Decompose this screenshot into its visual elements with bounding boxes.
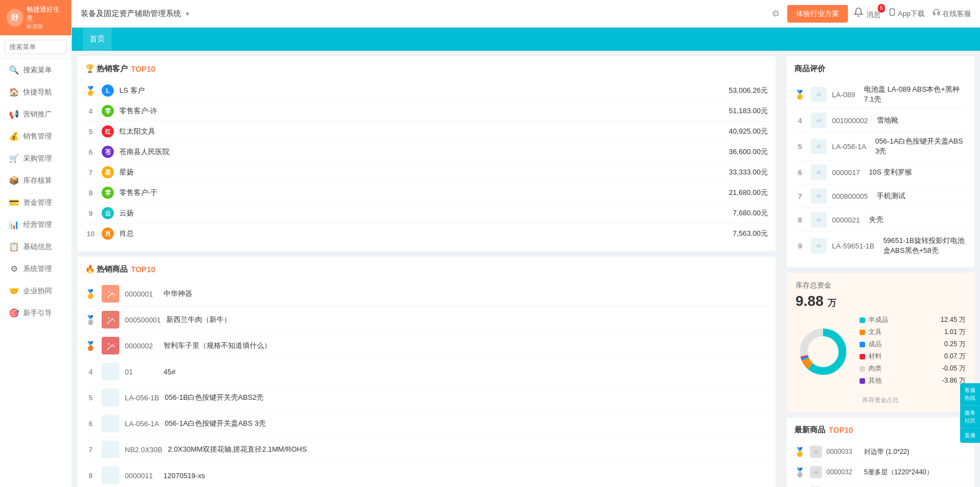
legend-dot-stationery [860,330,865,335]
product-avatar-5: Ai [811,188,826,204]
ranking-row: 10 肖 肖总 7,563.00元 [85,224,768,244]
megaphone-icon: 📢 [9,109,19,119]
newest-avatar-2: Ai [810,466,822,478]
product-row: 🥇 0000001 中华神器 [85,281,768,307]
product-img-2 [102,311,119,329]
product-avatar-2: Ai [811,113,826,128]
app-download-link[interactable]: App下载 [888,8,925,19]
review-code-4: 0000017 [832,168,860,177]
sidebar-item-sales[interactable]: 💰 销售管理 [0,125,71,147]
online-service-link[interactable]: 在线客服 [932,8,971,19]
live-btn[interactable]: 直播 [960,428,980,443]
legend-item-meat: 肉类 -0.05 万 [860,364,966,373]
donut-svg [795,324,851,379]
product-reviews-list: 🥇 Ai LA-089 电池盖 LA-089 ABS本色+黑种 7.1壳 4 A… [794,81,967,260]
customer-name-2: 零售客户-许 [119,106,723,116]
ranking-row: 4 零 零售客户-许 51,183.00元 [85,101,768,121]
legend-dot-semifinished [860,317,865,323]
svg-point-3 [108,292,110,293]
hot-products-list: 🥇 0000001 中华神器 🥈 000500001 新西兰牛肉（新 [85,281,768,487]
target-icon: 🎯 [9,308,19,318]
notification-button[interactable]: 6 消息 [853,7,881,20]
product-row: 8 0000011 12070519-xs [85,463,768,487]
sidebar-item-quicknav[interactable]: 🏠 快捷导航 [0,81,71,103]
logo-icon: 好 [7,9,23,27]
review-name-7: 59651-1B旋转投影灯电池盒ABS黑色+58壳 [883,236,967,256]
sidebar-item-purchase[interactable]: 🛒 采购管理 [0,147,71,170]
gold-medal-icon: 🥇 [85,86,96,96]
home-tab[interactable]: 首页 [83,28,112,51]
newest-name-1: 封边带 (1.0*22) [864,447,967,457]
rank-badge-4: 苍 [102,146,114,158]
newest-row: 🥈 Ai 0000032 5厘多层（1220*2440） [794,462,967,483]
chart-legend: 半成品 12.45 万 文具 1.01 万 成品 0.25 万 [860,315,966,388]
product-img-1 [102,285,119,303]
product-code-1: 0000001 [125,290,158,298]
product-avatar-3: Ai [811,139,826,154]
gold-medal-icon: 🥇 [85,289,96,299]
gear-icon: ⚙ [9,264,19,274]
mobile-icon [888,8,896,16]
sidebar-item-operations[interactable]: 📊 经营管理 [0,214,71,236]
topbar-right: 6 消息 App下载 在线客服 [853,7,971,20]
card-icon: 💳 [9,198,19,208]
product-code-5: LA-056-1B [125,394,159,402]
sidebar-item-basics[interactable]: 📋 基础信息 [0,236,71,258]
sidebar-item-collab[interactable]: 🤝 企业协同 [0,280,71,302]
product-img-3 [102,337,119,354]
product-img-7 [102,441,119,458]
review-name-2: 雪地靴 [877,115,967,125]
review-row: 6 Ai 0000017 10S 变利罗猴 [794,161,967,184]
product-row: 🥉 0000002 智利车子里（规格不知道填什么） [85,333,768,359]
ranking-row: 6 苍 苍南县人民医院 36,600.00元 [85,142,768,162]
legend-dot-finished [860,342,865,347]
customer-service-btn[interactable]: 客服热线 [960,383,980,406]
legend-dot-material [860,354,865,359]
settings-icon[interactable]: ⚙ [772,8,779,19]
product-code-7: NB2.0X30B [125,446,162,454]
review-code-3: LA-056-1A [832,142,866,151]
sidebar-item-finance[interactable]: 💳 资金管理 [0,192,71,214]
review-code-2: 001000002 [832,117,868,125]
customer-value-2: 51,183.00元 [729,106,768,116]
customer-name-1: LS 客户 [119,86,723,96]
product-name-6: 056-1A白色按键开关盖ABS 3壳 [165,419,768,428]
product-row: 7 NB2.0X30B 2.0X30MM双搓花轴,搓花直径2.1MM/ROHS [85,437,768,463]
review-code-1: LA-089 [832,91,855,99]
list-icon: 📋 [9,242,19,252]
review-name-6: 夹壳 [869,215,967,225]
search-input[interactable] [4,40,67,54]
page-header: 首页 [72,28,980,51]
sidebar-item-guide[interactable]: 🎯 新手引导 [0,302,71,324]
product-name-8: 12070519-xs [164,472,768,480]
product-img-6 [102,415,119,432]
sidebar-item-system[interactable]: ⚙ 系统管理 [0,258,71,280]
product-avatar-4: Ai [811,165,826,180]
product-code-4: 01 [125,368,158,376]
community-btn[interactable]: 服务社区 [960,406,980,428]
product-img-4 [102,363,119,380]
silver-medal-icon: 🥈 [85,315,96,325]
trial-button[interactable]: 体验行业方案 [787,5,848,23]
img-placeholder-icon [105,314,116,325]
sidebar-item-marketing[interactable]: 📢 营销推广 [0,103,71,125]
review-code-7: LA-59651-1B [832,242,874,250]
customer-name-6: 零售客户-于 [119,188,723,198]
panel-middle: 🏆 热销客户 TOP10 🥇 L LS 客户 53,006.26元 4 零 零售… [72,51,781,487]
chevron-down-icon[interactable]: ▼ [185,10,191,17]
legend-item-material: 材料 0.07 万 [860,352,966,361]
svg-point-5 [108,317,110,319]
newest-products-card: 最新商品 TOP10 🥇 Ai 0000033 封边带 (1.0*22) 🥈 A… [787,417,974,487]
product-name-3: 智利车子里（规格不知道填什么） [164,341,768,351]
chart-icon: 📊 [9,220,19,230]
legend-item-finished: 成品 0.25 万 [860,340,966,349]
newest-products-title: 最新商品 TOP10 [794,425,967,435]
review-row: 9 Ai LA-59651-1B 59651-1B旋转投影灯电池盒ABS黑色+5… [794,232,967,260]
sidebar-item-inventory[interactable]: 📦 库存核算 [0,170,71,192]
product-img-5 [102,389,119,406]
customer-value-7: 7,680.00元 [733,208,768,218]
donut-chart [795,324,851,379]
product-avatar-6: Ai [811,212,826,227]
sidebar-item-search[interactable]: 🔍 搜索菜单 [0,59,71,81]
box-icon: 📦 [9,176,19,186]
